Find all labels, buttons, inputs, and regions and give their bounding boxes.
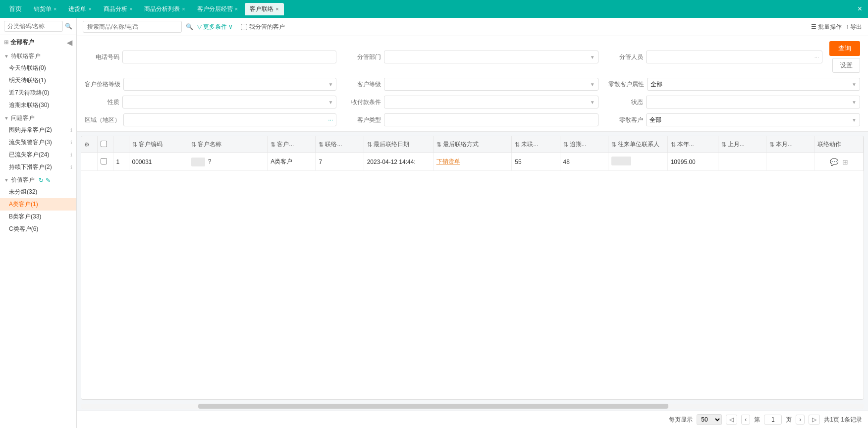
retail-attr-select[interactable]: 全部 ▼ xyxy=(647,78,860,91)
person-select[interactable]: ··· xyxy=(646,51,822,63)
sidebar-search-icon[interactable]: 🔍 xyxy=(65,23,72,30)
filter-retail-customer-row: 零散客户 全部 ▼ xyxy=(608,113,860,126)
settings-gear-icon[interactable]: ⚙ xyxy=(84,141,90,148)
chevron-down-icon: ∨ xyxy=(228,23,233,30)
row-last-method[interactable]: 下销货单 xyxy=(433,153,512,171)
row-this-year: 10995.00 xyxy=(667,153,718,171)
close-sales-tab[interactable]: × xyxy=(54,6,56,12)
close-purchase-tab[interactable]: × xyxy=(88,6,91,12)
sidebar-item-today[interactable]: 今天待联络(0) xyxy=(0,62,76,74)
last-method-link[interactable]: 下销货单 xyxy=(436,158,460,165)
payment-select[interactable]: ▼ xyxy=(384,96,598,108)
advanced-filters: 电话号码 分管部门 ▼ 分管人员 ··· 查询 设置 xyxy=(77,36,868,132)
close-segment-tab[interactable]: × xyxy=(235,6,238,12)
department-select[interactable]: ▼ xyxy=(384,51,598,63)
setup-btn[interactable]: 设置 xyxy=(832,58,860,73)
close-contact-tab[interactable]: × xyxy=(275,6,278,12)
status-select[interactable]: ▼ xyxy=(646,96,860,108)
row-last-date: 2023-04-12 14:44: xyxy=(364,153,433,171)
per-page-select[interactable]: 50 100 200 xyxy=(697,414,722,425)
sidebar-group-problem[interactable]: ▼ 问题客户 xyxy=(0,111,76,124)
nature-label: 性质 xyxy=(85,98,119,107)
churn-warn-info-icon: ℹ xyxy=(70,140,72,145)
sidebar-item-churned[interactable]: 已流失客户(24) ℹ xyxy=(0,149,76,161)
edit-icon[interactable]: ✎ xyxy=(46,177,51,184)
sidebar-all-customers-header: ⊞ 全部客户 ◀ xyxy=(0,35,76,50)
prev-page-btn[interactable]: ‹ xyxy=(741,415,750,425)
message-action-icon[interactable]: 💬 xyxy=(830,158,838,166)
customer-type-select[interactable] xyxy=(384,113,598,126)
refresh-icon[interactable]: ↻ xyxy=(39,177,44,184)
nav-tab-analysis-list[interactable]: 商品分析列表 × xyxy=(139,3,190,15)
problem-group-arrow: ▼ xyxy=(4,115,9,121)
pending-group-arrow: ▼ xyxy=(4,54,9,59)
th-last-month[interactable]: ⇅ 上月... xyxy=(718,136,766,153)
link-action-icon[interactable]: ⊞ xyxy=(842,158,848,166)
retail-customer-select[interactable]: 全部 ▼ xyxy=(646,113,860,126)
query-btn[interactable]: 查询 xyxy=(829,41,860,56)
sidebar-collapse-btn[interactable]: ◀ xyxy=(67,39,72,47)
sidebar-item-hoard[interactable]: 囤购异常客户(2) ℹ xyxy=(0,124,76,136)
customer-type-label: 客户类型 xyxy=(346,116,381,124)
th-name[interactable]: ⇅ 客户名称 xyxy=(188,136,268,153)
sort-icon-unit-contact: ⇅ xyxy=(611,141,616,148)
th-settings[interactable]: ⚙ xyxy=(81,136,97,153)
my-customers-filter[interactable]: 我分管的客户 xyxy=(241,23,285,31)
sidebar-item-ungroup[interactable]: 未分组(32) xyxy=(0,186,76,198)
th-this-year[interactable]: ⇅ 本年... xyxy=(667,136,718,153)
nav-tab-customer-contact[interactable]: 客户联络 × xyxy=(245,3,283,15)
sidebar-item-7days[interactable]: 近7天待联络(0) xyxy=(0,87,76,99)
more-conditions-btn[interactable]: ▽ 更多条件 ∨ xyxy=(197,23,233,31)
sidebar-item-overdue-contact[interactable]: 逾期未联络(30) xyxy=(0,99,76,111)
nature-select[interactable]: ▼ xyxy=(122,96,336,108)
filter-search-icon[interactable]: 🔍 xyxy=(186,23,193,30)
filter-search-input[interactable] xyxy=(83,21,182,33)
th-this-month[interactable]: ⇅ 本月... xyxy=(766,136,814,153)
sidebar-group-value[interactable]: ▼ 价值客户 ↻ ✎ xyxy=(0,173,76,186)
close-all-tabs[interactable]: × xyxy=(858,4,862,13)
nav-home[interactable]: 首页 xyxy=(4,2,27,15)
sidebar-group-pending[interactable]: ▼ 待联络客户 xyxy=(0,50,76,62)
th-unit-contact[interactable]: ⇅ 往来单位联系人 xyxy=(608,136,667,153)
th-level[interactable]: ⇅ 客户... xyxy=(268,136,316,153)
sidebar-item-declining[interactable]: 持续下滑客户(2) ℹ xyxy=(0,161,76,173)
sidebar-item-churn-warn[interactable]: 流失预警客户(3) ℹ xyxy=(0,136,76,149)
my-customers-checkbox[interactable] xyxy=(241,24,247,30)
content-area: 🔍 ▽ 更多条件 ∨ 我分管的客户 ☰ 批量操作 ↑ 导出 xyxy=(77,18,868,428)
sidebar-item-a-customers[interactable]: A类客户(1) xyxy=(0,198,76,211)
price-level-select[interactable]: ▼ xyxy=(123,78,336,91)
customer-table: ⚙ ⇅ 客户编码 xyxy=(81,136,864,400)
row-level: A类客户 xyxy=(268,153,316,171)
export-btn[interactable]: ↑ 导出 xyxy=(846,23,862,31)
th-last-method[interactable]: ⇅ 最后联络方式 xyxy=(433,136,512,153)
sort-icon-contact: ⇅ xyxy=(319,141,324,148)
sidebar-item-c-customers[interactable]: C类客户(6) xyxy=(0,223,76,235)
close-analysis-list-tab[interactable]: × xyxy=(182,6,185,12)
customer-level-select[interactable]: ▼ xyxy=(384,78,598,91)
sidebar-item-b-customers[interactable]: B类客户(33) xyxy=(0,211,76,223)
th-overdue[interactable]: ⇅ 逾期... xyxy=(560,136,608,153)
th-no-contact[interactable]: ⇅ 未联... xyxy=(512,136,560,153)
region-select[interactable]: ··· xyxy=(123,113,336,126)
th-code[interactable]: ⇅ 客户编码 xyxy=(129,136,188,153)
phone-input[interactable] xyxy=(122,51,336,63)
first-page-btn[interactable]: ◁ xyxy=(726,415,737,425)
horizontal-scrollbar[interactable] xyxy=(81,404,864,409)
sidebar-item-tomorrow[interactable]: 明天待联络(1) xyxy=(0,74,76,87)
sidebar-search-input[interactable] xyxy=(4,21,63,32)
filter-status-row: 状态 ▼ xyxy=(608,96,860,108)
batch-operation-btn[interactable]: ☰ 批量操作 xyxy=(811,23,842,31)
row-unit-contact xyxy=(608,153,667,171)
th-last-date[interactable]: ⇅ 最后联络日期 xyxy=(364,136,433,153)
nav-tab-customer-segment[interactable]: 客户分层经营 × xyxy=(192,3,243,15)
next-page-btn[interactable]: › xyxy=(796,415,805,425)
th-contact-count[interactable]: ⇅ 联络... xyxy=(316,136,364,153)
close-analysis-tab[interactable]: × xyxy=(129,6,132,12)
nav-tab-sales[interactable]: 销货单 × xyxy=(29,3,61,15)
nav-tab-analysis[interactable]: 商品分析 × xyxy=(99,3,137,15)
page-number-input[interactable] xyxy=(764,415,782,425)
select-all-checkbox[interactable] xyxy=(101,141,107,147)
nav-tab-purchase[interactable]: 进货单 × xyxy=(63,3,96,15)
row-select-checkbox[interactable] xyxy=(101,158,107,164)
last-page-btn[interactable]: ▷ xyxy=(809,415,820,425)
